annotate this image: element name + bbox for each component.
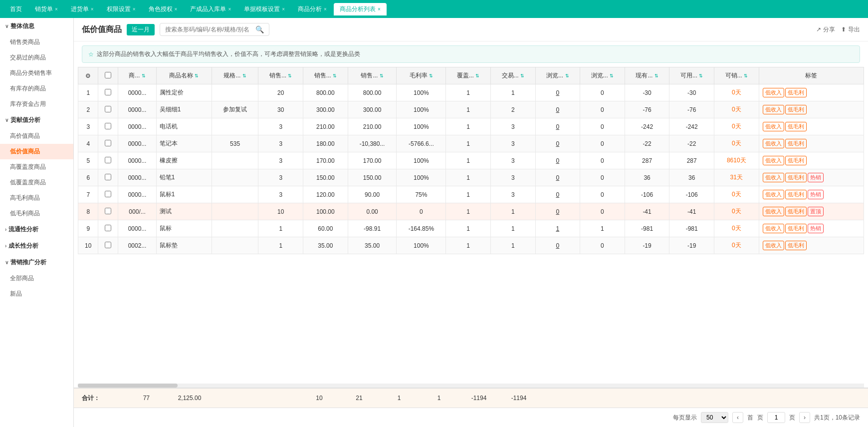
nav-role-auth[interactable]: 角色授权 × (143, 3, 184, 15)
row-checkbox[interactable] (105, 106, 111, 112)
tag-badge[interactable]: 低毛利 (785, 224, 807, 233)
view1-link[interactable]: 0 (556, 123, 559, 130)
sidebar-section-contribution[interactable]: ∨ 贡献值分析 (0, 112, 73, 128)
tag-badge[interactable]: 低收入 (763, 241, 784, 250)
row-view1[interactable]: 0 (535, 203, 580, 220)
view1-link[interactable]: 1 (556, 225, 559, 232)
row-name[interactable]: 铅笔1 (156, 169, 212, 186)
sort-available-icon[interactable]: ⇅ (699, 73, 703, 78)
sidebar-item-low-value[interactable]: 低价值商品 (0, 144, 73, 159)
view1-link[interactable]: 0 (556, 174, 559, 181)
row-view1[interactable]: 0 (535, 237, 580, 254)
next-page-button[interactable]: › (799, 412, 810, 423)
nav-product-analysis[interactable]: 商品分析 × (292, 3, 333, 15)
row-checkbox-cell[interactable] (98, 101, 118, 118)
tag-badge[interactable]: 置顶 (808, 207, 824, 216)
close-analysis-list-icon[interactable]: × (378, 6, 381, 12)
row-checkbox-cell[interactable] (98, 135, 118, 152)
sidebar-section-marketing[interactable]: ∨ 营销推广分析 (0, 254, 73, 271)
row-checkbox[interactable] (105, 225, 111, 231)
row-view1[interactable]: 1 (535, 220, 580, 237)
row-checkbox[interactable] (105, 157, 111, 163)
sidebar-section-growth[interactable]: › 成长性分析 (0, 238, 73, 254)
available-column-header[interactable]: 可用... ⇅ (669, 67, 714, 84)
view1-link[interactable]: 0 (556, 208, 559, 215)
qty-column-header[interactable]: 销售... ⇅ (258, 67, 303, 84)
close-sales-order-icon[interactable]: × (55, 6, 58, 12)
row-name[interactable]: 电话机 (156, 118, 212, 135)
scrollbar-thumb[interactable] (78, 384, 178, 388)
row-name[interactable]: 鼠标1 (156, 186, 212, 203)
sort-coverage-icon[interactable]: ⇅ (475, 73, 479, 78)
share-button[interactable]: ↗ 分享 (816, 25, 835, 34)
row-checkbox-cell[interactable] (98, 237, 118, 254)
close-template-icon[interactable]: × (282, 6, 285, 12)
nav-template-settings[interactable]: 单据模板设置 × (238, 3, 291, 15)
tag-badge[interactable]: 低收入 (763, 139, 784, 148)
margin-column-header[interactable]: 毛利率 ⇅ (397, 67, 446, 84)
tag-badge[interactable]: 低毛利 (785, 241, 807, 250)
row-checkbox[interactable] (105, 191, 111, 197)
close-purchase-order-icon[interactable]: × (91, 6, 94, 12)
gear-icon[interactable]: ⚙ (85, 72, 91, 79)
tag-badge[interactable]: 低收入 (763, 122, 784, 131)
view1-link[interactable]: 0 (556, 157, 559, 164)
sidebar-item-category-sales-rate[interactable]: 商品分类销售率 (0, 65, 73, 81)
row-name[interactable]: 吴细细1 (156, 101, 212, 118)
tag-badge[interactable]: 热销 (808, 224, 824, 233)
sidebar-item-stock-goods[interactable]: 有库存的商品 (0, 81, 73, 96)
view1-column-header[interactable]: 浏览... ⇅ (535, 67, 580, 84)
row-name[interactable]: 笔记本 (156, 135, 212, 152)
sidebar-section-overall[interactable]: ∨ 整体信息 (0, 18, 73, 34)
current-column-header[interactable]: 现有... ⇅ (625, 67, 669, 84)
row-view1[interactable]: 0 (535, 101, 580, 118)
sidebar-item-high-value[interactable]: 高价值商品 (0, 128, 73, 144)
tag-badge[interactable]: 低收入 (763, 173, 784, 182)
close-role-auth-icon[interactable]: × (175, 6, 178, 12)
coverage-column-header[interactable]: 覆盖... ⇅ (446, 67, 491, 84)
tag-badge[interactable]: 低收入 (763, 207, 784, 216)
row-view1[interactable]: 0 (535, 118, 580, 135)
tag-badge[interactable]: 低毛利 (785, 190, 807, 199)
tag-badge[interactable]: 低毛利 (785, 207, 807, 216)
row-view1[interactable]: 0 (535, 152, 580, 169)
tag-badge[interactable]: 热销 (808, 190, 824, 199)
row-checkbox-cell[interactable] (98, 220, 118, 237)
sidebar-item-stock-capital[interactable]: 库存资金占用 (0, 96, 73, 112)
sort-view1-icon[interactable]: ⇅ (565, 73, 569, 78)
tag-badge[interactable]: 低毛利 (785, 173, 807, 182)
row-checkbox-cell[interactable] (98, 186, 118, 203)
sort-name-icon[interactable]: ⇅ (195, 73, 199, 78)
time-filter-button[interactable]: 近一月 (127, 24, 155, 35)
sidebar-item-traded-goods[interactable]: 交易过的商品 (0, 50, 73, 65)
row-view1[interactable]: 0 (535, 84, 580, 101)
trade-column-header[interactable]: 交易... ⇅ (490, 67, 535, 84)
tag-badge[interactable]: 低毛利 (785, 88, 807, 97)
name-column-header[interactable]: 商品名称 ⇅ (156, 67, 212, 84)
row-checkbox-cell[interactable] (98, 203, 118, 220)
sort-current-icon[interactable]: ⇅ (654, 73, 658, 78)
sidebar-item-high-coverage[interactable]: 高覆盖度商品 (0, 159, 73, 175)
close-product-warehouse-icon[interactable]: × (228, 6, 231, 12)
view1-link[interactable]: 0 (556, 89, 559, 96)
view1-link[interactable]: 0 (556, 242, 559, 249)
sort-amount2-icon[interactable]: ⇅ (380, 73, 384, 78)
saleable-column-header[interactable]: 可销... ⇅ (714, 67, 759, 84)
tag-badge[interactable]: 低收入 (763, 224, 784, 233)
row-checkbox-cell[interactable] (98, 169, 118, 186)
tags-column-header[interactable]: 标签 (759, 67, 864, 84)
nav-home[interactable]: 首页 (4, 3, 28, 15)
row-name[interactable]: 鼠标垫 (156, 237, 212, 254)
row-checkbox[interactable] (105, 208, 111, 214)
tag-badge[interactable]: 低收入 (763, 88, 784, 97)
sort-code-icon[interactable]: ⇅ (142, 73, 146, 78)
sort-qty-icon[interactable]: ⇅ (288, 73, 292, 78)
sort-margin-icon[interactable]: ⇅ (429, 73, 433, 78)
sort-amount1-icon[interactable]: ⇅ (333, 73, 337, 78)
horizontal-scrollbar[interactable] (78, 384, 864, 388)
row-checkbox[interactable] (105, 140, 111, 146)
tag-badge[interactable]: 低毛利 (785, 156, 807, 165)
amount1-column-header[interactable]: 销售... ⇅ (303, 67, 348, 84)
page-number-input[interactable] (767, 412, 785, 423)
sidebar-item-all-goods[interactable]: 全部商品 (0, 271, 73, 286)
